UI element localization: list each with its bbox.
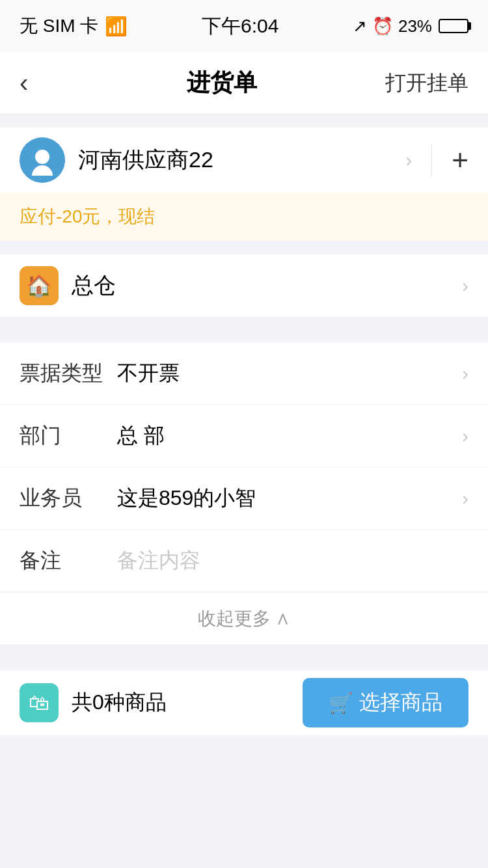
avatar-person-icon xyxy=(32,150,53,170)
supplier-name: 河南供应商22 xyxy=(78,145,405,175)
bottom-divider xyxy=(0,644,488,657)
top-divider xyxy=(0,115,488,128)
status-bar: 无 SIM 卡 📶 下午6:04 ↗ ⏰ 23% xyxy=(0,0,488,52)
battery-percent: 23% xyxy=(398,16,432,36)
gray-background xyxy=(0,735,488,868)
warehouse-row[interactable]: 🏠 总仓 › xyxy=(0,254,488,316)
supplier-divider xyxy=(431,144,432,176)
invoice-type-row[interactable]: 票据类型 不开票 › xyxy=(0,342,488,405)
product-bag-icon: 🛍 xyxy=(20,683,59,722)
salesperson-row[interactable]: 业务员 这是859的小智 › xyxy=(0,467,488,530)
open-pending-button[interactable]: 打开挂单 xyxy=(385,69,468,98)
salesperson-label: 业务员 xyxy=(20,484,111,513)
carrier-label: 无 SIM 卡 xyxy=(20,14,98,38)
select-product-button[interactable]: 🛒 选择商品 xyxy=(303,678,468,727)
department-value: 总 部 xyxy=(111,422,462,450)
invoice-type-value: 不开票 xyxy=(111,359,462,388)
status-right: ↗ ⏰ 23% xyxy=(353,16,468,36)
supplier-avatar xyxy=(20,137,65,183)
notice-text: 应付-20元，现结 xyxy=(20,206,155,226)
remark-row[interactable]: 备注 备注内容 xyxy=(0,530,488,592)
location-icon: ↗ xyxy=(353,16,367,36)
department-label: 部门 xyxy=(20,422,111,450)
product-footer: 🛍 共0种商品 🛒 选择商品 xyxy=(0,670,488,735)
mid-divider-2 xyxy=(0,316,488,329)
collapse-label: 收起更多 ∧ xyxy=(198,606,291,631)
remark-placeholder: 备注内容 xyxy=(111,547,468,575)
supplier-arrow-icon: › xyxy=(405,149,412,171)
battery-bar xyxy=(439,19,468,33)
department-row[interactable]: 部门 总 部 › xyxy=(0,405,488,467)
status-time: 下午6:04 xyxy=(202,13,278,40)
add-supplier-button[interactable]: + xyxy=(452,144,468,176)
invoice-type-label: 票据类型 xyxy=(20,359,111,388)
form-section: 票据类型 不开票 › 部门 总 部 › 业务员 这是859的小智 › 备注 备注… xyxy=(0,342,488,644)
alarm-icon: ⏰ xyxy=(372,16,393,36)
notice-bar: 应付-20元，现结 xyxy=(0,193,488,241)
warehouse-icon: 🏠 xyxy=(20,266,59,305)
status-left: 无 SIM 卡 📶 xyxy=(20,14,128,38)
warehouse-name: 总仓 xyxy=(72,271,462,301)
department-arrow-icon: › xyxy=(462,425,468,447)
warehouse-section: 🏠 总仓 › xyxy=(0,254,488,316)
nav-bar: ‹ 进货单 打开挂单 xyxy=(0,52,488,115)
wifi-icon: 📶 xyxy=(105,16,128,37)
remark-label: 备注 xyxy=(20,547,111,575)
supplier-section: 河南供应商22 › + 应付-20元，现结 xyxy=(0,128,488,241)
salesperson-arrow-icon: › xyxy=(462,487,468,509)
warehouse-arrow-icon: › xyxy=(462,275,468,297)
product-count-label: 共0种商品 xyxy=(72,688,303,717)
back-button[interactable]: ‹ xyxy=(20,68,59,98)
supplier-row[interactable]: 河南供应商22 › + xyxy=(0,128,488,193)
invoice-type-arrow-icon: › xyxy=(462,362,468,385)
collapse-row[interactable]: 收起更多 ∧ xyxy=(0,592,488,644)
mid-divider-1 xyxy=(0,241,488,254)
select-product-label: 选择商品 xyxy=(359,688,442,717)
salesperson-value: 这是859的小智 xyxy=(111,484,462,513)
select-product-icon: 🛒 xyxy=(329,692,353,714)
page-title: 进货单 xyxy=(187,67,257,99)
